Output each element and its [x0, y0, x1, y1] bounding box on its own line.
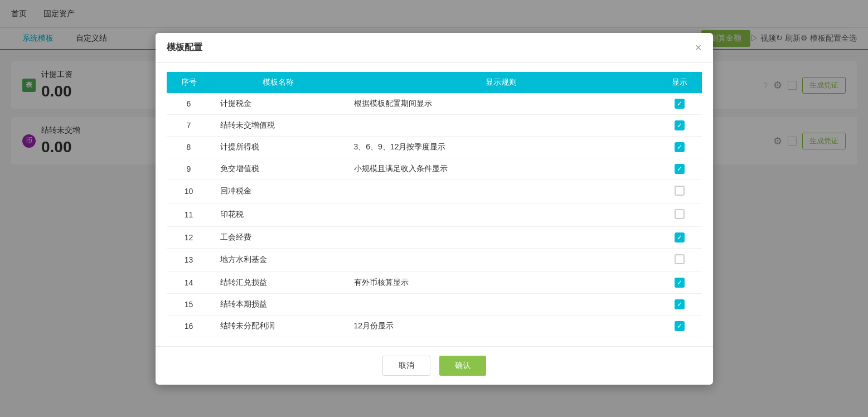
- col-show: 显示: [657, 72, 702, 93]
- confirm-button[interactable]: 确认: [439, 356, 486, 376]
- row-rule: [345, 180, 657, 203]
- table-row: 11印花税: [167, 203, 702, 226]
- table-row: 13地方水利基金: [167, 248, 702, 271]
- row-check[interactable]: ✓: [657, 158, 702, 180]
- col-index: 序号: [167, 72, 211, 93]
- row-index: 9: [167, 158, 211, 180]
- row-check[interactable]: [657, 180, 702, 203]
- checkbox-icon[interactable]: ✓: [675, 120, 685, 130]
- table-wrapper: 序号 模板名称 显示规则 显示 6计提税金根据模板配置期间显示✓7结转未交增值税…: [167, 72, 702, 337]
- table-row: 15结转本期损益✓: [167, 293, 702, 315]
- row-check[interactable]: ✓: [657, 93, 702, 115]
- checkbox-icon[interactable]: ✓: [675, 99, 685, 109]
- row-check[interactable]: ✓: [657, 293, 702, 315]
- checkbox-icon[interactable]: ✓: [675, 232, 685, 243]
- table-body: 6计提税金根据模板配置期间显示✓7结转未交增值税✓8计提所得税3、6、9、12月…: [167, 93, 702, 337]
- row-name: 计提税金: [211, 93, 345, 115]
- row-check[interactable]: [657, 248, 702, 271]
- template-config-modal: 模板配置 × 序号 模板名称 显示规则 显示 6计提税金根据模板配置期间显: [156, 33, 713, 385]
- row-index: 16: [167, 315, 211, 337]
- modal-header: 模板配置 ×: [156, 33, 713, 63]
- row-index: 7: [167, 114, 211, 136]
- row-rule: [345, 248, 657, 271]
- cancel-button[interactable]: 取消: [382, 356, 430, 376]
- row-index: 10: [167, 180, 211, 203]
- row-name: 地方水利基金: [211, 248, 345, 271]
- row-rule: [345, 203, 657, 226]
- row-rule: 有外币核算显示: [345, 271, 657, 293]
- row-index: 12: [167, 226, 211, 248]
- table-row: 6计提税金根据模板配置期间显示✓: [167, 93, 702, 115]
- row-index: 13: [167, 248, 211, 271]
- modal-close-button[interactable]: ×: [695, 42, 702, 53]
- row-rule: 小规模且满足收入条件显示: [345, 158, 657, 180]
- row-name: 结转本期损益: [211, 293, 345, 315]
- row-rule: [345, 114, 657, 136]
- row-name: 印花税: [211, 203, 345, 226]
- modal-overlay: 模板配置 × 序号 模板名称 显示规则 显示 6计提税金根据模板配置期间显: [0, 0, 868, 417]
- modal-title: 模板配置: [167, 42, 202, 54]
- row-name: 结转汇兑损益: [211, 271, 345, 293]
- checkbox-icon[interactable]: ✓: [675, 142, 685, 152]
- table-row: 9免交增值税小规模且满足收入条件显示✓: [167, 158, 702, 180]
- checkbox-icon[interactable]: ✓: [675, 164, 685, 174]
- row-name: 计提所得税: [211, 136, 345, 158]
- row-name: 工会经费: [211, 226, 345, 248]
- row-name: 回冲税金: [211, 180, 345, 203]
- row-check[interactable]: ✓: [657, 226, 702, 248]
- row-check[interactable]: ✓: [657, 315, 702, 337]
- modal-footer: 取消 确认: [156, 346, 713, 385]
- row-index: 14: [167, 271, 211, 293]
- row-name: 结转未分配利润: [211, 315, 345, 337]
- table-row: 12工会经费✓: [167, 226, 702, 248]
- modal-body: 序号 模板名称 显示规则 显示 6计提税金根据模板配置期间显示✓7结转未交增值税…: [156, 63, 713, 346]
- row-rule: 3、6、9、12月按季度显示: [345, 136, 657, 158]
- table-row: 7结转未交增值税✓: [167, 114, 702, 136]
- table-row: 16结转未分配利润12月份显示✓: [167, 315, 702, 337]
- checkbox-icon[interactable]: ✓: [675, 278, 685, 288]
- table-row: 10回冲税金: [167, 180, 702, 203]
- row-check[interactable]: [657, 203, 702, 226]
- row-rule: 12月份显示: [345, 315, 657, 337]
- row-name: 结转未交增值税: [211, 114, 345, 136]
- row-index: 6: [167, 93, 211, 115]
- row-index: 11: [167, 203, 211, 226]
- checkbox-icon[interactable]: [675, 254, 685, 264]
- row-rule: 根据模板配置期间显示: [345, 93, 657, 115]
- config-table: 序号 模板名称 显示规则 显示 6计提税金根据模板配置期间显示✓7结转未交增值税…: [167, 72, 702, 337]
- checkbox-icon[interactable]: ✓: [675, 299, 685, 309]
- table-row: 14结转汇兑损益有外币核算显示✓: [167, 271, 702, 293]
- row-index: 15: [167, 293, 211, 315]
- row-rule: [345, 226, 657, 248]
- row-name: 免交增值税: [211, 158, 345, 180]
- row-check[interactable]: ✓: [657, 136, 702, 158]
- row-index: 8: [167, 136, 211, 158]
- checkbox-icon[interactable]: ✓: [675, 321, 685, 331]
- col-rule: 显示规则: [345, 72, 657, 93]
- checkbox-icon[interactable]: [675, 209, 685, 219]
- table-row: 8计提所得税3、6、9、12月按季度显示✓: [167, 136, 702, 158]
- table-header: 序号 模板名称 显示规则 显示: [167, 72, 702, 93]
- checkbox-icon[interactable]: [675, 186, 685, 196]
- col-name: 模板名称: [211, 72, 345, 93]
- row-check[interactable]: ✓: [657, 271, 702, 293]
- row-check[interactable]: ✓: [657, 114, 702, 136]
- row-rule: [345, 293, 657, 315]
